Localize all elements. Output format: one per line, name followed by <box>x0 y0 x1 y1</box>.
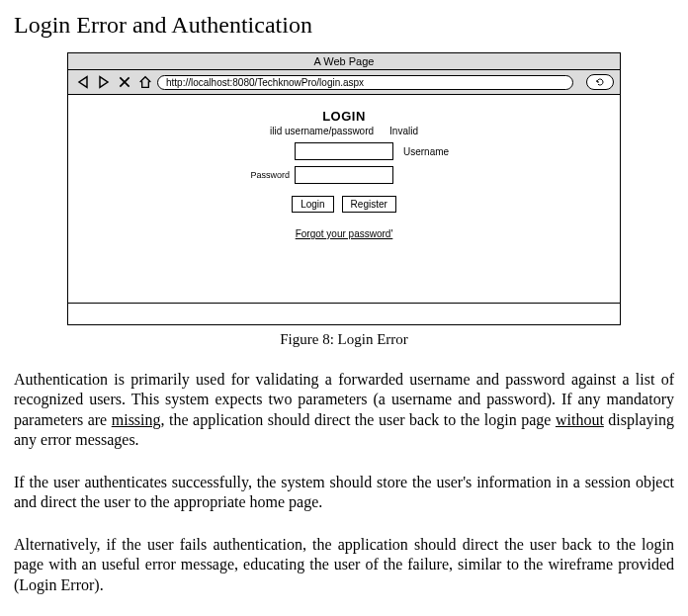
password-input[interactable] <box>295 166 393 184</box>
password-label: Password <box>250 170 290 180</box>
browser-tab: A Web Page <box>68 53 620 70</box>
login-heading: LOGIN <box>68 95 620 124</box>
login-button[interactable]: Login <box>292 196 333 213</box>
invalid-label: Invalid <box>389 126 418 136</box>
browser-wireframe: A Web Page http://localhost:8080/Techkno… <box>67 52 621 325</box>
page-title: Login Error and Authentication <box>14 12 674 39</box>
url-field[interactable]: http://localhost:8080/TechknowPro/login.… <box>157 75 573 90</box>
p1-without: without <box>556 411 604 428</box>
paragraph-2: If the user authenticates successfully, … <box>14 473 674 513</box>
forgot-password-link[interactable]: Forgot your password' <box>68 228 620 239</box>
username-input[interactable] <box>295 142 393 160</box>
forward-icon[interactable] <box>95 73 113 91</box>
figure-wrap: A Web Page http://localhost:8080/Techkno… <box>67 52 621 348</box>
p1-missing: missing <box>112 411 161 428</box>
reload-icon[interactable] <box>586 74 614 90</box>
figure-caption: Figure 8: Login Error <box>67 331 621 348</box>
register-button[interactable]: Register <box>342 196 396 213</box>
username-label: Username <box>403 146 449 157</box>
close-icon[interactable] <box>116 73 133 91</box>
address-bar: http://localhost:8080/TechknowPro/login.… <box>68 70 620 95</box>
browser-footer-strip <box>68 303 620 324</box>
p1-text-b: , the application should direct the user… <box>161 411 556 428</box>
paragraph-1: Authentication is primarily used for val… <box>14 370 674 451</box>
back-icon[interactable] <box>74 73 92 91</box>
home-icon[interactable] <box>136 73 154 91</box>
paragraph-3: Alternatively, if the user fails authent… <box>14 535 674 595</box>
page-content: LOGIN ilid username/password Invalid Use… <box>68 95 620 303</box>
error-message: ilid username/password <box>270 126 374 136</box>
